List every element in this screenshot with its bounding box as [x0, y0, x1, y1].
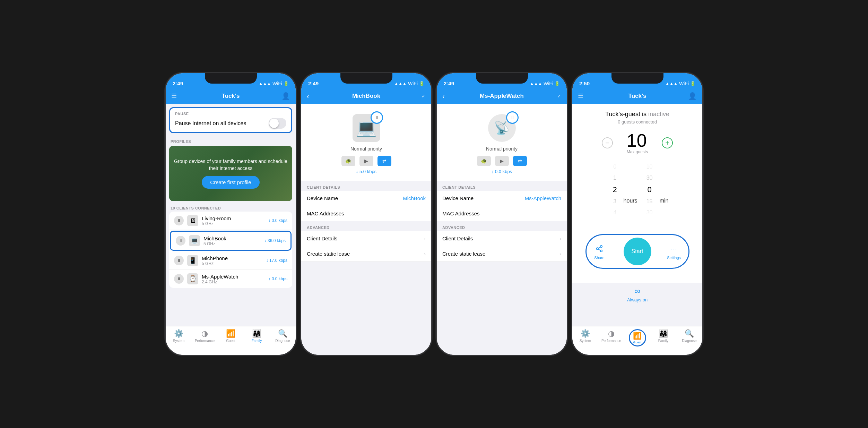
- tab-family-4[interactable]: 👨‍👩‍👧 Family: [650, 329, 676, 343]
- device-hero-2: 💻 ⏸ Normal priority 🐢 ▶ ⇄ ↕ 5.0 kbps: [301, 104, 431, 181]
- nav-bar-2: ‹ MichBook ✓: [301, 88, 431, 104]
- minutes-col: 10 30 0 15 30: [641, 161, 658, 217]
- back-icon-2[interactable]: ‹: [307, 92, 309, 100]
- tab-diagnose-1[interactable]: 🔍 Diagnose: [270, 329, 296, 343]
- system-icon-1: ⚙️: [174, 329, 183, 338]
- static-lease-label-2: Create static lease: [307, 251, 350, 257]
- priority-fast-3[interactable]: ⇄: [513, 156, 527, 166]
- client-details-rows-3: Device Name Ms-AppleWatch MAC Addresses: [437, 191, 567, 221]
- priority-play-2[interactable]: ▶: [359, 156, 373, 166]
- tab-performance-4[interactable]: ◑ Performance: [598, 329, 624, 343]
- client-info-2: MichPhone 5 GHz: [202, 255, 263, 266]
- guest-main-content: Tuck's-guest is inactive 0 guests connec…: [572, 104, 702, 220]
- static-lease-row-2[interactable]: Create static lease ›: [301, 246, 431, 262]
- guest-label-1: Guest: [226, 339, 235, 343]
- hamburger-icon-1[interactable]: ☰: [171, 92, 177, 100]
- create-profile-button[interactable]: Create first profile: [202, 176, 259, 189]
- hours-col: 0 1 2 3 4: [606, 161, 624, 217]
- tab-system-4[interactable]: ⚙️ System: [572, 329, 598, 343]
- device-name-value-2: MichBook: [403, 195, 426, 201]
- client-item-2[interactable]: ⏸ 📱 MichPhone 5 GHz ↕ 17.0 kbps: [169, 251, 292, 270]
- pause-section: PAUSE Pause Internet on all devices: [169, 107, 292, 133]
- client-info-3: Ms-AppleWatch 2.4 GHz: [202, 274, 265, 284]
- wifi-icon: WiFi: [272, 81, 282, 86]
- settings-button[interactable]: ⋯ Settings: [667, 243, 681, 260]
- min-label: min: [660, 195, 669, 207]
- hours-label: hours: [624, 195, 637, 207]
- pause-btn-3[interactable]: ⏸: [174, 274, 184, 284]
- mac-address-row-3[interactable]: MAC Addresses: [437, 206, 567, 221]
- client-item-0[interactable]: ⏸ 🖥 Living-Room 5 GHz ↕ 0.0 kbps: [169, 212, 292, 230]
- pause-btn-2[interactable]: ⏸: [174, 256, 184, 265]
- promo-text: Group devices of your family members and…: [173, 158, 289, 172]
- minus-button[interactable]: −: [602, 137, 613, 148]
- nav-bar-4: ☰ Tuck's 👤: [572, 88, 702, 104]
- client-freq-0: 5 GHz: [202, 221, 265, 226]
- priority-label-3: Normal priority: [486, 146, 518, 152]
- mac-label-3: MAC Addresses: [442, 211, 480, 216]
- advanced-header-3: ADVANCED: [437, 221, 567, 231]
- start-button[interactable]: Start: [624, 238, 651, 265]
- min-selected: 0: [648, 183, 652, 196]
- static-lease-row-3[interactable]: Create static lease ›: [437, 246, 567, 262]
- check-icon-2[interactable]: ✓: [422, 93, 426, 99]
- performance-icon-4: ◑: [608, 329, 615, 338]
- hamburger-icon-4[interactable]: ☰: [578, 92, 583, 100]
- guest-label-4: Guest: [633, 341, 641, 344]
- count-wrapper: 10 Max guests: [627, 131, 648, 154]
- diagnose-label-1: Diagnose: [275, 339, 290, 343]
- client-details-row-3[interactable]: Client Details ›: [437, 231, 567, 246]
- mac-address-row-2[interactable]: MAC Addresses: [301, 206, 431, 221]
- battery-icon-3: 🔋: [555, 81, 560, 86]
- nav-title-2: MichBook: [352, 93, 380, 100]
- profiles-header: PROFILES: [166, 137, 296, 144]
- battery-icon-4: 🔋: [690, 81, 695, 86]
- client-details-header-3: CLIENT DETAILS: [437, 181, 567, 191]
- pause-toggle[interactable]: [269, 118, 286, 129]
- share-button[interactable]: Share: [594, 243, 605, 260]
- priority-slow-3[interactable]: 🐢: [477, 156, 491, 166]
- priority-slow-2[interactable]: 🐢: [341, 156, 355, 166]
- tab-diagnose-4[interactable]: 🔍 Diagnose: [676, 329, 702, 343]
- client-item-1[interactable]: ⏸ 💻 MichBook 5 GHz ↕ 36.0 kbps: [171, 232, 290, 250]
- client-details-header-2: CLIENT DETAILS: [301, 181, 431, 191]
- promo-content: Group devices of your family members and…: [169, 146, 292, 201]
- client-name-3: Ms-AppleWatch: [202, 274, 265, 280]
- guest-icon-4: 📶: [633, 332, 642, 340]
- settings-icon: ⋯: [668, 243, 679, 254]
- time-1: 2:49: [173, 80, 183, 86]
- tab-guest-1[interactable]: 📶 Guest: [218, 329, 244, 343]
- pause-btn-1[interactable]: ⏸: [176, 236, 185, 246]
- device-name-row-3[interactable]: Device Name Ms-AppleWatch: [437, 191, 567, 206]
- static-lease-label-3: Create static lease: [442, 251, 485, 257]
- system-icon-4: ⚙️: [581, 329, 590, 338]
- client-details-label-2: Client Details: [307, 236, 337, 241]
- status-icons-1: ▲▲▲ WiFi 🔋: [259, 81, 289, 86]
- tab-guest-4[interactable]: 📶 Guest: [624, 329, 650, 346]
- client-details-row-2[interactable]: Client Details ›: [301, 231, 431, 246]
- client-freq-1: 5 GHz: [203, 241, 261, 246]
- pause-label: PAUSE: [175, 112, 286, 116]
- guest-circle: 📶 Guest: [629, 329, 646, 346]
- client-details-rows-2: Device Name MichBook MAC Addresses: [301, 191, 431, 221]
- pause-overlay-2[interactable]: ⏸: [371, 111, 383, 124]
- check-icon-3[interactable]: ✓: [557, 93, 561, 99]
- back-icon-3[interactable]: ‹: [442, 92, 445, 100]
- tab-system-1[interactable]: ⚙️ System: [166, 329, 192, 343]
- client-item-3[interactable]: ⏸ ⌚ Ms-AppleWatch 2.4 GHz ↕ 0.0 kbps: [169, 270, 292, 288]
- device-name-row-2[interactable]: Device Name MichBook: [301, 191, 431, 206]
- pause-overlay-3[interactable]: ⏸: [506, 111, 519, 124]
- tab-performance-1[interactable]: ◑ Performance: [192, 329, 218, 343]
- screen-content-3: 📡 ⏸ Normal priority 🐢 ▶ ⇄ ↕ 0.0 kbps CLI…: [437, 104, 567, 355]
- hour-selected: 2: [613, 183, 617, 196]
- tab-family-1[interactable]: 👨‍👩‍👧 Family: [244, 329, 270, 343]
- diagnose-icon-1: 🔍: [278, 329, 287, 338]
- time-3: 2:49: [444, 80, 454, 86]
- pause-btn-0[interactable]: ⏸: [174, 216, 184, 225]
- plus-button[interactable]: +: [662, 137, 673, 148]
- client-freq-3: 2.4 GHz: [202, 280, 265, 284]
- priority-play-3[interactable]: ▶: [495, 156, 509, 166]
- person-icon-1[interactable]: 👤: [281, 92, 290, 100]
- person-icon-4[interactable]: 👤: [688, 92, 697, 100]
- priority-fast-2[interactable]: ⇄: [377, 156, 391, 166]
